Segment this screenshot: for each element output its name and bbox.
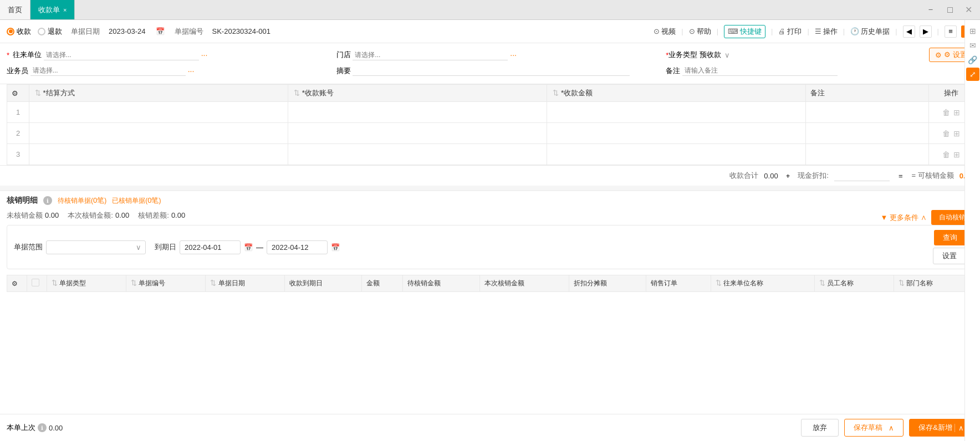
save-new-button[interactable]: 保存&新增 ∧ [909, 419, 973, 437]
copy-row-2-icon[interactable]: ⊞ [953, 129, 960, 138]
query-button[interactable]: 查询 [934, 230, 966, 245]
row-settlement-3[interactable] [29, 144, 288, 165]
delete-row-3-icon[interactable]: 🗑 [942, 150, 950, 159]
bottom-table: ⚙ ⇅ 单据类型 ⇅ 单据编号 ⇅ 单据日期 收款到期日 金额 待核销金额 本次… [7, 275, 973, 292]
copy-row-1-icon[interactable]: ⊞ [953, 108, 960, 117]
writeoff-title-row: 核销明细 ℹ 待核销单据(0笔) 已核销单据(0笔) [7, 196, 973, 206]
bt-gear-col[interactable]: ⚙ [7, 275, 27, 292]
row-account-3[interactable] [288, 144, 547, 165]
row-amount-2[interactable] [547, 123, 806, 144]
table-sidebar-icon[interactable]: ⊞ [966, 24, 979, 38]
row-account-2[interactable] [288, 123, 547, 144]
salesperson-input[interactable] [30, 65, 186, 76]
writeoff-actions: ▼ 更多条件 ∧ 自动核销 [881, 210, 974, 225]
row-remark-2[interactable] [806, 123, 929, 144]
bottom-table-section: ⚙ ⇅ 单据类型 ⇅ 单据编号 ⇅ 单据日期 收款到期日 金额 待核销金额 本次… [0, 275, 980, 414]
partner-more-icon[interactable]: ··· [199, 50, 210, 59]
row-amount-1[interactable] [547, 102, 806, 123]
current-value: 0.00 [115, 211, 129, 219]
print-btn[interactable]: 🖨 打印 [778, 27, 802, 37]
view-list-btn[interactable]: ≡ [945, 25, 957, 38]
delete-row-1-icon[interactable]: 🗑 [942, 108, 950, 117]
business-type-chevron[interactable]: ∨ [724, 51, 730, 59]
minimize-button[interactable]: － [923, 3, 938, 17]
tab-home[interactable]: 首页 [0, 0, 30, 19]
done-tab[interactable]: 已核销单据(0笔) [112, 196, 161, 206]
summary-input[interactable] [353, 65, 630, 76]
save-new-arrow-icon[interactable]: ∧ [955, 424, 964, 432]
row-settlement-2[interactable] [29, 123, 288, 144]
operate-btn[interactable]: ☰ 操作 [815, 27, 838, 37]
discount-input[interactable] [834, 170, 890, 181]
business-type-field: * 业务类型 预收款 ∨ ⚙ ⚙ 设置 [666, 48, 973, 62]
range-field: 单据范围 ∨ [14, 240, 146, 254]
bt-col-pending: 待核销金额 [403, 275, 480, 292]
abandon-button[interactable]: 放弃 [801, 419, 839, 437]
window-controls: － □ ✕ [923, 3, 980, 17]
bt-col-due-date: 收款到期日 [285, 275, 362, 292]
salesperson-more-icon[interactable]: ··· [186, 66, 197, 75]
pending-tab[interactable]: 待核销单据(0笔) [58, 196, 106, 206]
view-prev-btn[interactable]: ◀ [903, 25, 915, 38]
store-input[interactable] [353, 50, 508, 60]
history-btn[interactable]: 🕐 历史单据 [850, 27, 890, 37]
shortcut-btn[interactable]: ⌨ 快捷键 [724, 25, 765, 38]
range-select-wrapper: ∨ [46, 240, 146, 254]
range-select[interactable] [46, 240, 146, 254]
filter-row: 单据范围 ∨ 到期日 📅 — 📅 查询 [7, 225, 973, 269]
link-sidebar-icon[interactable]: 🔗 [966, 53, 979, 66]
business-type-value: 预收款 [700, 50, 721, 60]
save-draft-button[interactable]: 保存草稿 ∧ [844, 419, 904, 437]
row-settlement-1[interactable] [29, 102, 288, 123]
more-conditions-btn[interactable]: ▼ 更多条件 ∧ [881, 213, 927, 223]
delete-row-2-icon[interactable]: 🗑 [942, 129, 950, 138]
prev-label: 本单上次 [7, 423, 35, 433]
store-more-icon[interactable]: ··· [508, 50, 519, 59]
bt-col-discount: 折扣分摊额 [569, 275, 646, 292]
close-tab-icon[interactable]: × [63, 7, 67, 13]
calendar-icon[interactable]: 📅 [155, 27, 166, 35]
cal-to-icon[interactable]: 📅 [331, 243, 340, 252]
table-row: 3 🗑 ⊞ [7, 144, 973, 165]
row-remark-1[interactable] [806, 102, 929, 123]
help-btn[interactable]: ⊙ 帮助 [689, 27, 711, 37]
remark-input[interactable] [682, 65, 838, 76]
filter-setting-button[interactable]: 设置 [933, 248, 966, 264]
bt-col-employee: ⇅ 员工名称 [814, 275, 894, 292]
date-from-input[interactable] [180, 240, 241, 254]
store-label: 门店 [336, 50, 351, 60]
footer-info-icon[interactable]: ℹ [38, 423, 47, 432]
radio-receipt[interactable]: 收款 [7, 27, 31, 37]
video-btn[interactable]: ⊙ 视频 [654, 27, 676, 37]
row-amount-3[interactable] [547, 144, 806, 165]
table-gear-col[interactable]: ⚙ [7, 85, 29, 102]
radio-refund[interactable]: 退款 [38, 27, 62, 37]
row-remark-3[interactable] [806, 144, 929, 165]
copy-row-3-icon[interactable]: ⊞ [953, 150, 960, 159]
writeoff-info-icon[interactable]: ℹ [43, 196, 52, 205]
section-divider [0, 186, 980, 190]
cal-from-icon[interactable]: 📅 [244, 243, 253, 252]
partner-input[interactable] [44, 50, 199, 60]
save-draft-arrow-icon[interactable]: ∧ [885, 424, 894, 432]
close-button[interactable]: ✕ [962, 3, 976, 16]
due-date-label: 到期日 [155, 242, 176, 252]
row-account-1[interactable] [288, 102, 547, 123]
view-next-btn[interactable]: ▶ [920, 25, 932, 38]
unchecked-value: 0.00 [45, 211, 59, 219]
partner-label: * [7, 51, 9, 59]
bt-col-number: ⇅ 单据编号 [126, 275, 206, 292]
check-all-checkbox[interactable] [32, 279, 39, 286]
expand-sidebar-icon[interactable]: ⤢ [966, 68, 979, 81]
tab-receipt[interactable]: 收款单 × [30, 0, 75, 19]
date-to-input[interactable] [267, 240, 328, 254]
main-table-section: ⚙ ⇅ *结算方式 ⇅ *收款账号 ⇅ *收款金额 备注 操作 1 [0, 84, 980, 165]
tab-bar: 首页 收款单 × － □ ✕ [0, 0, 980, 20]
mail-sidebar-icon[interactable]: ✉ [966, 39, 979, 52]
number-value: SK-20230324-001 [212, 27, 271, 35]
business-type-label: 业务类型 [668, 50, 697, 60]
summary-label: 摘要 [336, 66, 351, 76]
maximize-button[interactable]: □ [944, 4, 956, 16]
date-range: 📅 — 📅 [180, 240, 340, 254]
discount-label: 现金折扣: [798, 171, 829, 181]
